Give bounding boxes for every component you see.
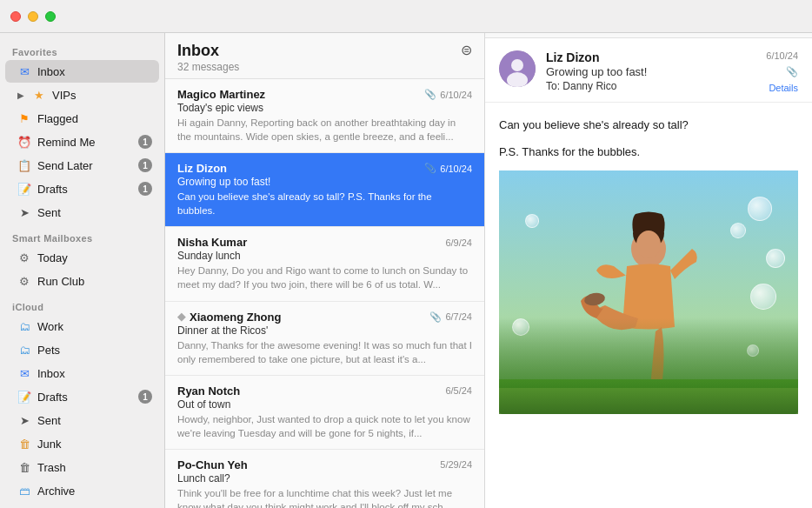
svg-point-5 xyxy=(511,59,523,71)
sidebar-item-label: Remind Me xyxy=(37,136,132,149)
favorites-section-label: Favorites xyxy=(0,38,164,59)
detail-to: To: Danny Rico xyxy=(546,80,755,92)
flag-icon: ⚑ xyxy=(17,111,31,125)
message-sender: Magico Martinez xyxy=(177,88,265,101)
sidebar-item-icloud-sent[interactable]: ➤ Sent xyxy=(5,409,159,431)
folder-icon: 🗂 xyxy=(17,319,31,333)
message-list-title: Inbox xyxy=(177,42,239,60)
message-preview: Think you'll be free for a lunchtime cha… xyxy=(177,486,472,508)
avatar xyxy=(499,50,536,87)
title-bar xyxy=(0,0,812,33)
message-date: 5/29/24 xyxy=(440,459,472,470)
detail-header: Liz Dizon Growing up too fast! To: Danny… xyxy=(485,38,812,103)
sidebar-item-label: Sent xyxy=(37,206,152,219)
sidebar-item-send-later[interactable]: 📋 Send Later 1 xyxy=(5,154,159,177)
run-club-icon: ⚙ xyxy=(17,274,31,288)
message-item[interactable]: Nisha Kumar 6/9/24 Sunday lunch Hey Dann… xyxy=(165,227,484,301)
minimize-button[interactable] xyxy=(28,11,38,22)
sidebar-item-sent[interactable]: ➤ Sent xyxy=(5,201,159,224)
message-sender: Liz Dizon xyxy=(177,162,227,175)
inbox-icon: ✉ xyxy=(17,366,31,380)
sidebar-item-junk[interactable]: 🗑 Junk xyxy=(5,432,159,455)
sidebar-item-vips[interactable]: ▶ ★ VIPs xyxy=(5,84,159,106)
sidebar-item-run-club[interactable]: ⚙ Run Club xyxy=(5,270,159,292)
maximize-button[interactable] xyxy=(45,11,56,22)
clock-icon: ⏰ xyxy=(17,135,31,149)
sidebar-item-label: Drafts xyxy=(37,183,132,196)
sidebar-item-label: Inbox xyxy=(37,367,152,380)
send-later-icon: 📋 xyxy=(17,158,31,172)
message-preview: Hi again Danny, Reporting back on anothe… xyxy=(177,116,472,144)
sidebar-item-label: Today xyxy=(37,251,152,264)
unread-indicator: ◆ xyxy=(177,311,185,323)
junk-icon: 🗑 xyxy=(17,437,31,451)
trash-icon: 🗑 xyxy=(17,460,31,474)
message-date: 6/5/24 xyxy=(445,385,472,396)
attachment-icon: 📎 xyxy=(786,66,798,77)
message-date: 6/7/24 xyxy=(445,311,472,322)
sidebar-item-remind-me[interactable]: ⏰ Remind Me 1 xyxy=(5,130,159,153)
message-sender: Po-Chun Yeh xyxy=(177,458,248,471)
sidebar-item-label: Sent xyxy=(37,414,152,427)
background-trees xyxy=(499,318,798,388)
message-preview: Howdy, neighbor, Just wanted to drop a q… xyxy=(177,412,472,440)
detail-panel: Liz Dizon Growing up too fast! To: Danny… xyxy=(485,0,812,508)
message-item[interactable]: Magico Martinez 📎 6/10/24 Today's epic v… xyxy=(165,79,484,153)
archive-icon: 🗃 xyxy=(17,484,31,498)
message-subject: Out of town xyxy=(177,398,472,411)
details-link[interactable]: Details xyxy=(769,83,798,93)
remind-me-badge: 1 xyxy=(138,135,152,149)
sidebar-item-icloud-drafts[interactable]: 📝 Drafts 1 xyxy=(5,385,159,408)
bubble xyxy=(766,249,785,268)
sidebar-item-trash[interactable]: 🗑 Trash xyxy=(5,456,159,478)
drafts-icon: 📝 xyxy=(17,390,31,404)
message-subject: Growing up too fast! xyxy=(177,176,472,188)
message-date: 6/10/24 xyxy=(440,164,472,174)
sent-icon: ➤ xyxy=(17,205,31,219)
sidebar-item-pets[interactable]: 🗂 Pets xyxy=(5,338,159,361)
message-subject: Lunch call? xyxy=(177,472,472,485)
send-later-badge: 1 xyxy=(138,158,152,172)
sidebar-item-today[interactable]: ⚙ Today xyxy=(5,246,159,269)
message-item[interactable]: Ryan Notch 6/5/24 Out of town Howdy, nei… xyxy=(165,376,484,450)
sidebar-item-flagged[interactable]: ⚑ Flagged xyxy=(5,107,159,130)
sidebar-item-label: Archive xyxy=(37,485,152,498)
sidebar-item-label: Run Club xyxy=(37,275,152,288)
bubble xyxy=(750,284,776,310)
message-item[interactable]: ◆Xiaomeng Zhong 📎 6/7/24 Dinner at the R… xyxy=(165,302,484,376)
message-item[interactable]: Po-Chun Yeh 5/29/24 Lunch call? Think yo… xyxy=(165,450,484,508)
sidebar-item-icloud-inbox[interactable]: ✉ Inbox xyxy=(5,362,159,384)
close-button[interactable] xyxy=(10,11,21,22)
message-list: Magico Martinez 📎 6/10/24 Today's epic v… xyxy=(165,79,484,508)
sidebar-item-work[interactable]: 🗂 Work xyxy=(5,315,159,338)
to-name: Danny Rico xyxy=(562,80,616,92)
smart-mailboxes-section-label: Smart Mailboxes xyxy=(0,224,164,245)
sidebar-item-archive[interactable]: 🗃 Archive xyxy=(5,479,159,502)
detail-body: Can you believe she's already so tall? P… xyxy=(485,103,812,508)
attachment-icon: 📎 xyxy=(424,89,436,100)
filter-icon[interactable]: ⊜ xyxy=(461,42,472,58)
sidebar-item-inbox[interactable]: ✉ Inbox xyxy=(5,60,159,83)
sidebar-item-drafts[interactable]: 📝 Drafts 1 xyxy=(5,177,159,200)
message-sender: ◆Xiaomeng Zhong xyxy=(177,311,281,324)
detail-header-right: 6/10/24 📎 Details xyxy=(766,50,798,93)
folder-icon: 🗂 xyxy=(17,343,31,357)
to-label: To: xyxy=(546,80,560,92)
drafts-badge: 1 xyxy=(138,182,152,196)
svg-point-9 xyxy=(636,231,661,258)
app-container: Favorites ✉ Inbox ▶ ★ VIPs ⚑ Flagged ⏰ R… xyxy=(0,0,812,508)
body-paragraph-2: P.S. Thanks for the bubbles. xyxy=(499,144,798,162)
sidebar-item-label: Trash xyxy=(37,461,152,474)
message-item[interactable]: Liz Dizon 📎 6/10/24 Growing up too fast!… xyxy=(165,153,484,227)
message-date: 6/9/24 xyxy=(445,237,472,248)
message-preview: Danny, Thanks for the awesome evening! I… xyxy=(177,338,472,366)
message-sender: Ryan Notch xyxy=(177,384,240,398)
attachment-icon: 📎 xyxy=(424,163,436,174)
email-photo xyxy=(499,170,798,414)
detail-sender-name: Liz Dizon xyxy=(546,50,755,64)
icloud-section-label: iCloud xyxy=(0,293,164,314)
detail-subject: Growing up too fast! xyxy=(546,65,755,78)
chevron-right-icon: ▶ xyxy=(17,90,24,100)
sidebar-item-label: Inbox xyxy=(37,65,152,78)
message-list-count: 32 messages xyxy=(177,61,239,73)
